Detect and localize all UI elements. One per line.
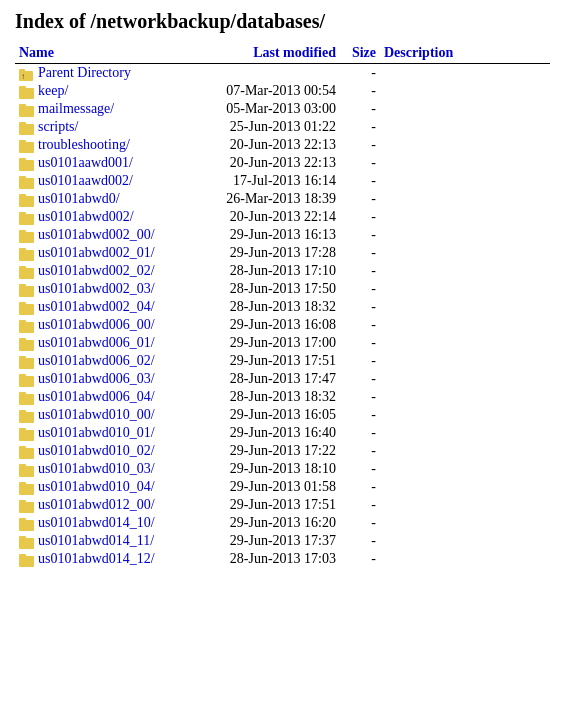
entry-date: 29-Jun-2013 17:00 [190,334,340,352]
folder-icon [19,121,35,135]
table-row: us0101abwd002_04/28-Jun-2013 18:32- [15,298,550,316]
table-row: keep/07-Mar-2013 00:54- [15,82,550,100]
dir-link[interactable]: us0101abwd002_01/ [38,245,155,260]
table-row: troubleshooting/20-Jun-2013 22:13- [15,136,550,154]
table-row: us0101abwd0/26-Mar-2013 18:39- [15,190,550,208]
entry-size: - [340,280,380,298]
folder-icon [19,499,35,513]
dir-link[interactable]: us0101aawd001/ [38,155,133,170]
table-row: us0101abwd002/20-Jun-2013 22:14- [15,208,550,226]
sort-size-link[interactable]: Size [352,45,376,60]
sort-desc-link[interactable]: Description [384,45,453,60]
dir-link[interactable]: troubleshooting/ [38,137,130,152]
svg-text:↑: ↑ [21,72,25,81]
dir-link[interactable]: keep/ [38,83,68,98]
table-row: mailmessage/05-Mar-2013 03:00- [15,100,550,118]
table-row: us0101abwd002_02/28-Jun-2013 17:10- [15,262,550,280]
dir-link[interactable]: us0101abwd002_02/ [38,263,155,278]
svg-rect-44 [19,446,26,450]
folder-icon [19,247,35,261]
dir-link[interactable]: us0101abwd002_04/ [38,299,155,314]
col-header-date[interactable]: Last modified [190,43,340,64]
dir-link[interactable]: us0101abwd006_03/ [38,371,155,386]
table-row: us0101abwd010_03/29-Jun-2013 18:10- [15,460,550,478]
entry-date: 28-Jun-2013 17:50 [190,280,340,298]
dir-link[interactable]: us0101abwd010_02/ [38,443,155,458]
svg-rect-30 [19,320,26,324]
dir-link[interactable]: us0101abwd010_03/ [38,461,155,476]
entry-desc [380,550,550,568]
parent-dir-link[interactable]: Parent Directory [38,65,131,80]
col-header-desc[interactable]: Description [380,43,550,64]
folder-icon [19,409,35,423]
entry-desc [380,424,550,442]
dir-link[interactable]: us0101abwd010_00/ [38,407,155,422]
dir-link[interactable]: us0101abwd0/ [38,191,120,206]
folder-icon [19,481,35,495]
dir-link[interactable]: us0101abwd006_02/ [38,353,155,368]
folder-icon [19,211,35,225]
entry-desc [380,514,550,532]
folder-icon [19,391,35,405]
entry-size: - [340,208,380,226]
svg-rect-4 [19,86,26,90]
dir-link[interactable]: us0101abwd002/ [38,209,134,224]
sort-name-link[interactable]: Name [19,45,54,60]
svg-rect-50 [19,500,26,504]
entry-desc [380,118,550,136]
entry-size: - [340,352,380,370]
entry-date: 28-Jun-2013 17:03 [190,550,340,568]
entry-size: - [340,262,380,280]
svg-rect-40 [19,410,26,414]
page-title: Index of /networkbackup/databases/ [15,10,550,33]
entry-desc [380,496,550,514]
dir-link[interactable]: us0101abwd010_01/ [38,425,155,440]
entry-date: 29-Jun-2013 17:51 [190,352,340,370]
entry-desc [380,370,550,388]
dir-link[interactable]: us0101abwd002_03/ [38,281,155,296]
entry-size: - [340,298,380,316]
entry-desc [380,136,550,154]
entry-desc [380,190,550,208]
folder-icon [19,355,35,369]
entry-size: - [340,388,380,406]
entry-date: 05-Mar-2013 03:00 [190,100,340,118]
folder-icon [19,85,35,99]
entry-desc [380,478,550,496]
folder-icon [19,535,35,549]
folder-icon [19,175,35,189]
col-header-name[interactable]: Name [15,43,190,64]
svg-rect-52 [19,518,26,522]
folder-icon [19,337,35,351]
table-row: us0101aawd002/17-Jul-2013 16:14- [15,172,550,190]
dir-link[interactable]: us0101abwd014_10/ [38,515,155,530]
dir-link[interactable]: us0101abwd006_01/ [38,335,155,350]
entry-size: - [340,424,380,442]
dir-link[interactable]: us0101abwd002_00/ [38,227,155,242]
folder-icon [19,103,35,117]
dir-link[interactable]: us0101abwd010_04/ [38,479,155,494]
entry-date: 28-Jun-2013 17:10 [190,262,340,280]
table-row: us0101abwd010_00/29-Jun-2013 16:05- [15,406,550,424]
dir-link[interactable]: us0101abwd012_00/ [38,497,155,512]
entry-desc [380,100,550,118]
dir-link[interactable]: mailmessage/ [38,101,114,116]
table-row: us0101abwd006_03/28-Jun-2013 17:47- [15,370,550,388]
entry-desc [380,388,550,406]
sort-date-link[interactable]: Last modified [253,45,336,60]
entry-size: - [340,532,380,550]
dir-link[interactable]: us0101abwd014_11/ [38,533,154,548]
dir-link[interactable]: us0101abwd006_04/ [38,389,155,404]
dir-link[interactable]: us0101abwd014_12/ [38,551,155,566]
dir-link[interactable]: us0101aawd002/ [38,173,133,188]
table-row: us0101abwd006_00/29-Jun-2013 16:08- [15,316,550,334]
dir-link[interactable]: us0101abwd006_00/ [38,317,155,332]
dir-link[interactable]: scripts/ [38,119,78,134]
entry-desc [380,64,550,83]
entry-size: - [340,316,380,334]
svg-rect-26 [19,284,26,288]
entry-date: 20-Jun-2013 22:13 [190,136,340,154]
entry-size: - [340,478,380,496]
entry-size: - [340,226,380,244]
col-header-size[interactable]: Size [340,43,380,64]
